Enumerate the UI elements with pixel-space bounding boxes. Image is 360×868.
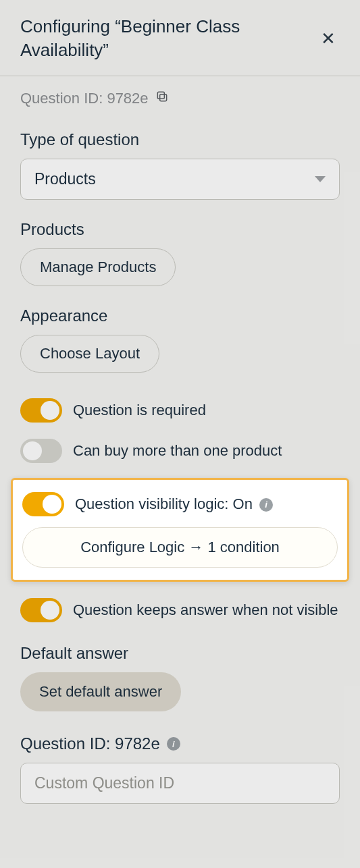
visibility-logic-text: Question visibility logic: On xyxy=(75,495,253,512)
question-id-row: Question ID: 9782e xyxy=(20,90,340,107)
visibility-logic-toggle[interactable] xyxy=(22,492,64,516)
keep-answer-toggle[interactable] xyxy=(20,598,62,622)
appearance-label: Appearance xyxy=(20,306,340,325)
visibility-toggle-row: Question visibility logic: On i xyxy=(22,492,338,516)
panel-header: Configuring “Beginner Class Availability… xyxy=(0,0,360,76)
keep-answer-toggle-row: Question keeps answer when not visible xyxy=(20,598,340,622)
close-button[interactable]: ✕ xyxy=(317,26,340,51)
set-default-answer-button[interactable]: Set default answer xyxy=(20,672,181,711)
question-id-label: Question ID: 9782e xyxy=(20,90,149,107)
svg-rect-0 xyxy=(159,94,166,101)
choose-layout-button[interactable]: Choose Layout xyxy=(20,335,159,373)
panel-body: Question ID: 9782e Type of question Prod… xyxy=(0,76,360,824)
required-toggle[interactable] xyxy=(20,398,62,423)
products-label: Products xyxy=(20,220,340,239)
question-id-field-label: Question ID: 9782e i xyxy=(20,734,340,753)
close-icon: ✕ xyxy=(321,28,336,49)
info-icon[interactable]: i xyxy=(167,737,180,751)
info-icon[interactable]: i xyxy=(259,498,273,512)
question-type-select[interactable]: Products xyxy=(20,159,340,200)
type-label: Type of question xyxy=(20,130,340,149)
default-answer-label: Default answer xyxy=(20,644,340,663)
custom-question-id-input[interactable] xyxy=(20,763,340,804)
chevron-down-icon xyxy=(315,176,326,182)
required-toggle-label: Question is required xyxy=(73,400,206,421)
manage-products-button[interactable]: Manage Products xyxy=(20,248,176,286)
panel-title: Configuring “Beginner Class Availability… xyxy=(20,15,284,62)
question-id-field-label-text: Question ID: 9782e xyxy=(20,734,160,753)
question-type-value: Products xyxy=(34,170,96,188)
copy-icon[interactable] xyxy=(155,90,169,107)
configure-logic-button[interactable]: Configure Logic → 1 condition xyxy=(22,527,338,568)
keep-answer-toggle-label: Question keeps answer when not visible xyxy=(73,600,338,620)
multi-buy-toggle[interactable] xyxy=(20,439,62,463)
multi-toggle-row: Can buy more than one product xyxy=(20,439,340,463)
visibility-logic-highlight: Question visibility logic: On i Configur… xyxy=(11,478,349,582)
multi-buy-toggle-label: Can buy more than one product xyxy=(73,441,282,461)
required-toggle-row: Question is required xyxy=(20,398,340,423)
configure-question-panel: Configuring “Beginner Class Availability… xyxy=(0,0,360,824)
visibility-logic-label: Question visibility logic: On i xyxy=(75,494,273,514)
svg-rect-1 xyxy=(157,92,164,99)
